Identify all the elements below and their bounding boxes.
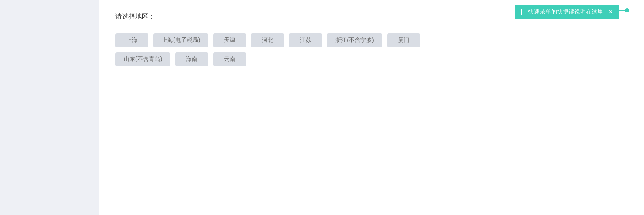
region-btn-xiamen[interactable]: 厦门 [387,33,420,47]
region-row-2: 山东(不含青岛)海南云南 [115,52,628,66]
region-btn-shanghai-etax[interactable]: 上海(电子税局) [153,33,208,47]
tooltip-connector [618,10,625,11]
region-btn-yunnan[interactable]: 云南 [213,52,246,66]
region-btn-hebei[interactable]: 河北 [251,33,284,47]
tooltip-bar: 快速录单的快捷键说明在这里 × [515,5,619,19]
region-btn-hainan[interactable]: 海南 [175,52,208,66]
region-btn-tianjin[interactable]: 天津 [213,33,246,47]
region-btn-jiangsu[interactable]: 江苏 [289,33,322,47]
region-row-1: 上海上海(电子税局)天津河北江苏浙江(不含宁波)厦门 [115,33,628,47]
tooltip-dot-icon [625,8,629,12]
main-content: 请选择地区： 上海上海(电子税局)天津河北江苏浙江(不含宁波)厦门 山东(不含青… [99,0,644,215]
region-btn-shandong[interactable]: 山东(不含青岛) [115,52,170,66]
bar-accent-icon [521,9,522,15]
region-btn-zhejiang[interactable]: 浙江(不含宁波) [327,33,382,47]
close-tooltip-button[interactable]: × [609,8,613,16]
region-btn-shanghai[interactable]: 上海 [115,33,148,47]
tooltip-text: 快速录单的快捷键说明在这里 [528,8,603,16]
sidebar [0,0,99,215]
